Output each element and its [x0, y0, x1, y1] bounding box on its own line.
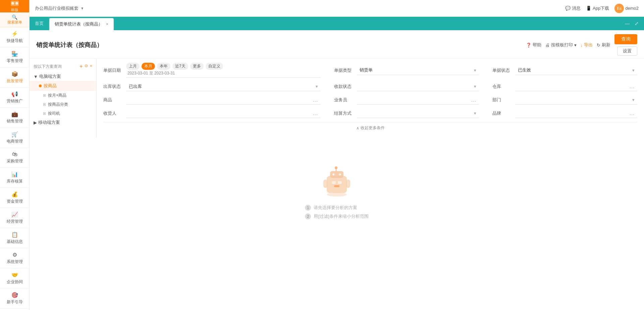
industry-title: 办公用品行业模拟账套 — [35, 5, 78, 11]
finance-icon: 💰 — [11, 191, 18, 198]
sidebar-item-finance[interactable]: 💰 资金管理 — [0, 188, 29, 208]
warehouse-control[interactable]: … — [515, 82, 637, 91]
sidebar-item-marketing[interactable]: 📢 营销推广 — [0, 88, 29, 108]
sidebar-search[interactable]: 🔍 搜索菜单 — [0, 12, 29, 27]
user-profile[interactable]: Ea demo2 — [614, 4, 639, 13]
filter-main: 单据日期 上月 本月 本年 近7天 更多 自定义 2023-03-01 至 20… — [97, 59, 644, 138]
date-tag-cur[interactable]: 本月 — [142, 63, 155, 70]
doc-status-control[interactable]: 已生效 ▾ — [515, 66, 637, 75]
ecommerce-icon: 🛒 — [11, 131, 18, 138]
doc-status-chevron[interactable]: ▾ — [632, 68, 635, 73]
mobile-scheme-label: 移动端方案 — [38, 119, 60, 125]
scheme-sub-driver[interactable]: ⊞ 按司机 — [30, 109, 96, 118]
pay-status-chevron[interactable]: ▾ — [474, 84, 476, 89]
warehouse-dots[interactable]: … — [629, 84, 635, 90]
scheme-item-product[interactable]: 按商品 — [30, 81, 96, 91]
sidebar-item-purchase[interactable]: 🛍 采购管理 — [0, 148, 29, 168]
tab-home[interactable]: 首页 — [30, 17, 49, 30]
doc-type-control[interactable]: 销货单 ▾ — [357, 66, 479, 75]
sidebar-item-basic-info[interactable]: 📋 基础信息 — [0, 228, 29, 248]
date-tag-prev[interactable]: 上月 — [126, 63, 140, 70]
doc-status-value: 已生效 — [518, 67, 531, 73]
messages-button[interactable]: 💬 消息 — [565, 5, 581, 11]
add-scheme-icon[interactable]: + — [79, 63, 83, 69]
messages-label: 消息 — [572, 5, 581, 11]
settle-label: 结算方式 — [334, 110, 354, 116]
collapse-bar[interactable]: ∧ 收起更多条件 — [103, 122, 637, 134]
receiver-field: 收货人 … — [103, 109, 321, 118]
setting-button[interactable]: 设置 — [617, 46, 637, 56]
pay-status-label: 收款状态 — [334, 84, 354, 90]
sidebar-item-inventory[interactable]: 📊 库存核算 — [0, 168, 29, 188]
tab-active[interactable]: 销货单统计表（按商品） × — [49, 18, 114, 30]
sidebar-item-enterprise[interactable]: 🤝 企业协同 — [0, 268, 29, 289]
industry-dropdown-icon[interactable]: ▾ — [81, 6, 84, 11]
dept-chevron[interactable]: ▾ — [632, 97, 635, 102]
svg-point-6 — [332, 173, 334, 175]
category-scheme-label: 按商品分类 — [48, 102, 68, 107]
filter-row-4: 收货人 … 结算方式 ▾ — [103, 109, 637, 118]
app-logo[interactable]: 标版 — [0, 0, 29, 12]
sidebar-item-quick-nav[interactable]: ⚡ 快捷导航 — [0, 27, 29, 47]
ship-status-chevron[interactable]: ▾ — [316, 84, 318, 89]
sidebar-item-operations[interactable]: 📈 经营管理 — [0, 208, 29, 228]
template-print-label: 按模板打印 — [551, 42, 573, 48]
query-button[interactable]: 查询 — [614, 34, 637, 44]
date-tag-custom[interactable]: 自定义 — [206, 63, 223, 70]
product-control[interactable]: … — [126, 95, 321, 105]
date-tag-year[interactable]: 本年 — [157, 63, 170, 70]
app-download-button[interactable]: 📱 App下载 — [586, 5, 609, 11]
collapse-scheme-icon[interactable]: « — [90, 63, 92, 69]
brand-control[interactable]: … — [515, 109, 637, 118]
tab-minimize-button[interactable]: — — [624, 20, 631, 27]
staff-dots[interactable]: … — [471, 97, 476, 103]
scheme-sub-monthly[interactable]: ⊞ 按月+商品 — [30, 91, 96, 100]
sales-label: 销售管理 — [7, 118, 23, 124]
export-button[interactable]: ↓ 导出 — [581, 42, 593, 48]
receiver-control[interactable]: … — [126, 109, 321, 118]
doc-type-chevron[interactable]: ▾ — [474, 68, 476, 73]
ship-status-control[interactable]: 已出库 ▾ — [126, 82, 321, 91]
sidebar-item-retail[interactable]: 🏪 零售管理 — [0, 47, 29, 67]
date-control: 上月 本月 本年 近7天 更多 自定义 2023-03-01 至 2023-03… — [126, 63, 321, 78]
wholesale-label: 批发管理 — [7, 78, 23, 84]
help-button[interactable]: ❓ 帮助 — [526, 42, 541, 48]
sidebar-item-system[interactable]: ⚙ 系统管理 — [0, 248, 29, 268]
sidebar-item-ecommerce[interactable]: 🛒 电商管理 — [0, 128, 29, 148]
tab-close-button[interactable]: × — [106, 22, 108, 27]
tab-maximize-button[interactable]: ⤢ — [633, 20, 640, 27]
settle-chevron[interactable]: ▾ — [474, 111, 476, 116]
sidebar-item-app-center[interactable]: 📱 应用中心 — [0, 309, 29, 310]
staff-control[interactable]: … — [357, 95, 479, 105]
sidebar-item-sales[interactable]: 💼 销售管理 — [0, 108, 29, 128]
svg-point-1 — [11, 2, 14, 5]
settings-scheme-icon[interactable]: ⊙ — [85, 63, 88, 69]
home-tab-label: 首页 — [35, 20, 44, 27]
scheme-sub-category[interactable]: ⊞ 按商品分类 — [30, 100, 96, 109]
print-icon: 🖨 — [545, 43, 550, 48]
template-print-dropdown-icon[interactable]: ▾ — [574, 43, 577, 48]
svg-rect-10 — [334, 185, 339, 187]
empty-tips: 1 请先选择要分析的方案 2 用[过滤]条件来缩小分析范围 — [305, 205, 368, 219]
sidebar-item-wholesale[interactable]: 📦 批发管理 — [0, 67, 29, 88]
sidebar-item-guide[interactable]: 🎯 新手引导 — [0, 289, 29, 309]
date-tag-7days[interactable]: 近7天 — [172, 63, 188, 70]
desktop-scheme-group[interactable]: ▼ 电脑端方案 — [30, 72, 96, 81]
pay-status-control[interactable]: ▾ — [357, 82, 479, 91]
date-tag-more[interactable]: 更多 — [190, 63, 204, 70]
template-print-button[interactable]: 🖨 按模板打印 ▾ — [545, 42, 577, 48]
brand-dots[interactable]: … — [629, 110, 635, 116]
dept-control[interactable]: ▾ — [515, 95, 637, 105]
help-label: 帮助 — [533, 42, 541, 48]
refresh-button[interactable]: ↻ 刷新 — [597, 42, 610, 48]
guide-icon: 🎯 — [11, 292, 18, 298]
product-dots[interactable]: … — [313, 97, 318, 103]
settle-control[interactable]: ▾ — [357, 109, 479, 118]
page-actions: ❓ 帮助 🖨 按模板打印 ▾ ↓ 导出 ↻ 刷新 查询 — [526, 34, 638, 56]
active-scheme-dot — [39, 85, 42, 87]
retail-icon: 🏪 — [11, 51, 18, 57]
mobile-scheme-group[interactable]: ▶ 移动端方案 — [30, 118, 96, 127]
receiver-dots[interactable]: … — [313, 110, 318, 116]
refresh-label: 刷新 — [602, 42, 610, 48]
receiver-label: 收货人 — [103, 110, 123, 116]
